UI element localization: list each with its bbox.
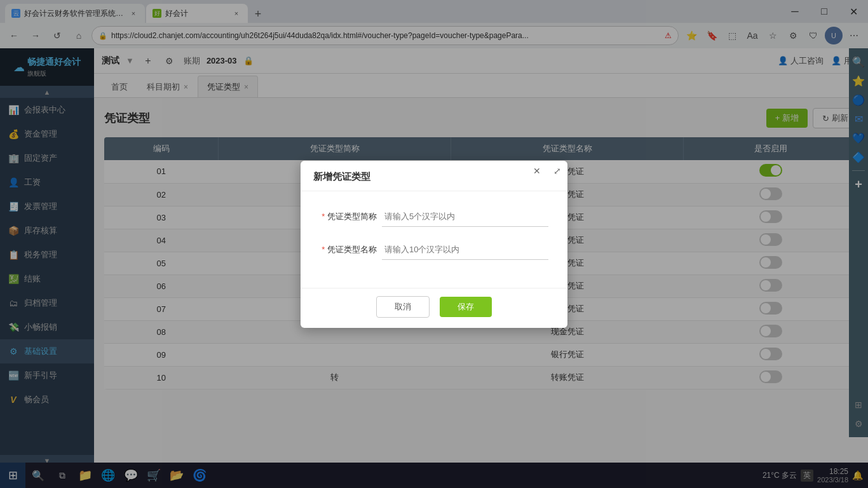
dialog-close-button[interactable]: ✕ [527, 161, 547, 181]
abbr-input[interactable] [382, 207, 548, 227]
name-form-row: * 凭证类型名称 [320, 240, 548, 260]
dialog-overlay: 新增凭证类型 ✕ ⤢ * 凭证类型简称 * 凭证类型名称 [0, 0, 868, 488]
abbr-form-row: * 凭证类型简称 [320, 207, 548, 227]
abbr-label: * 凭证类型简称 [320, 211, 377, 222]
cancel-button[interactable]: 取消 [376, 296, 430, 318]
name-label: * 凭证类型名称 [320, 244, 377, 255]
add-voucher-type-dialog: 新增凭证类型 ✕ ⤢ * 凭证类型简称 * 凭证类型名称 [301, 161, 567, 328]
save-button[interactable]: 保存 [440, 297, 492, 317]
name-input[interactable] [382, 240, 548, 260]
dialog-expand-button[interactable]: ⤢ [547, 161, 567, 181]
